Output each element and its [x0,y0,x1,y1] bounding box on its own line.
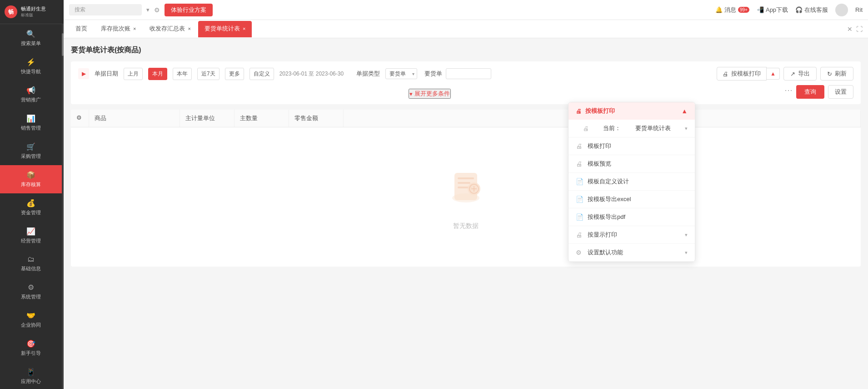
type-filter-label: 单据类型 [356,70,380,78]
sidebar-item-system[interactable]: ⚙ 系统管理 [0,278,62,306]
username[interactable]: Rit [855,6,863,13]
col-gear[interactable]: ⚙ [71,110,89,127]
app-label: App下载 [766,6,788,14]
goods-select[interactable] [446,68,491,79]
trial-button[interactable]: 体验行业方案 [165,4,213,16]
topbar-gear-icon[interactable]: ⚙ [154,6,160,14]
display-print-item[interactable]: 🖨 按显示打印 ▾ [569,226,695,244]
template-print-label: 模板打印 [588,142,611,150]
date-more[interactable]: 更多 [225,68,244,80]
basic-icon: 🗂 [27,255,35,263]
sidebar-item-sales[interactable]: 📊 销售管理 [0,109,62,137]
date-filter-label: 单据日期 [95,70,118,78]
display-print-arrow: ▾ [685,232,688,238]
empty-state: 暂无数据 [71,127,861,267]
print-template-print-item[interactable]: 🖨 模板打印 [569,137,695,155]
sidebar-label-marketing: 营销推广 [21,96,41,103]
refresh-button[interactable]: ↻ 刷新 [820,67,853,81]
refresh-icon: ↻ [827,71,832,77]
print-template-button[interactable]: 🖨 按模板打印 [717,67,767,81]
sidebar-item-purchase[interactable]: 🛒 采购管理 [0,137,62,165]
service-label: 在线客服 [804,6,828,14]
sidebar: 畅 畅通好生意 标准版 🔍 搜索菜单 ⚡ 快捷导航 📢 营销推广 📊 销售管理 [0,0,64,389]
toolbar-actions: 🖨 按模板打印 ▲ ↗ 导出 ↻ 刷新 [717,67,853,81]
date-custom[interactable]: 自定义 [249,68,274,80]
svg-rect-2 [458,177,474,179]
sidebar-label-purchase: 采购管理 [21,153,41,160]
sidebar-item-guide[interactable]: 🎯 新手引导 [0,334,62,362]
date-prev-month[interactable]: 上月 [124,68,143,80]
maximize-window-icon[interactable]: ⛶ [856,25,863,33]
topbar: 搜索 ▾ ⚙ 体验行业方案 🔔 消息 99+ 📲 App下载 🎧 在线客服 Ri… [64,0,868,20]
col-qty: 主数量 [234,110,289,127]
app-badge: 标准版 [21,12,46,18]
page-content: 要货单统计表(按商品) ▶ 单据日期 上月 本月 本年 近7天 更多 自定义 2… [64,38,868,389]
chevron-right-icon: ▶ [82,71,86,77]
search-dropdown-icon[interactable]: ▾ [146,6,150,13]
tab-inventory-batch-close[interactable]: × [133,26,136,31]
sidebar-item-collab[interactable]: 🤝 企业协同 [0,306,62,334]
print-export-pdf-item[interactable]: 📄 按模板导出pdf [569,208,695,226]
sidebar-item-marketing[interactable]: 📢 营销推广 [0,81,62,109]
close-window-icon[interactable]: ✕ [847,25,853,33]
tab-order-stats[interactable]: 要货单统计表 × [198,21,252,37]
tab-receipt-summary-close[interactable]: × [188,26,190,31]
print-dropdown-close-icon[interactable]: ▲ [681,107,688,115]
table-header: ⚙ 商品 主计量单位 主数量 零售金额 [71,110,861,127]
sidebar-nav: 🔍 搜索菜单 ⚡ 快捷导航 📢 营销推广 📊 销售管理 🛒 采购管理 📦 [0,24,62,389]
sidebar-item-inventory[interactable]: 📦 库存核算 [0,165,62,193]
sidebar-label-operation: 经营管理 [21,237,41,244]
tab-receipt-summary[interactable]: 收发存汇总表 × [143,21,197,37]
sidebar-item-search[interactable]: 🔍 搜索菜单 [0,24,62,52]
notice-button[interactable]: 🔔 消息 99+ [715,6,749,14]
print-current-item[interactable]: 🖨 当前： 要货单统计表 ▾ [569,120,695,137]
default-func-arrow: ▾ [685,250,688,256]
tabs-bar: 首页 库存批次账 × 收发存汇总表 × 要货单统计表 × ✕ ⛶ [64,20,868,38]
tab-home-label: 首页 [75,25,87,33]
query-button[interactable]: 查询 [796,85,824,99]
tab-home[interactable]: 首页 [69,21,94,37]
default-func-item[interactable]: ⚙ 设置默认功能 ▾ [569,244,695,262]
printer-header-icon: 🖨 [576,108,582,115]
tab-inventory-batch[interactable]: 库存批次账 × [95,21,142,37]
more-options-icon[interactable]: ⋯ [784,85,793,99]
sidebar-label-inventory: 库存核算 [21,181,41,188]
print-export-excel-item[interactable]: 📄 按模板导出excel [569,191,695,208]
page-title: 要货单统计表(按商品) [71,45,861,55]
sidebar-item-basic[interactable]: 🗂 基础信息 [0,250,62,278]
sidebar-label-search: 搜索菜单 [21,40,41,47]
topbar-search[interactable]: 搜索 [69,4,142,15]
user-avatar[interactable] [835,4,848,16]
mobile-icon: 📲 [757,6,764,13]
settings-button[interactable]: 设置 [828,85,853,99]
tab-order-stats-close[interactable]: × [243,26,245,31]
marketing-icon: 📢 [26,86,35,95]
tab-inventory-batch-label: 库存批次账 [101,25,130,33]
print-dropdown-toggle[interactable]: ▲ [767,68,780,80]
sidebar-label-guide: 新手引导 [21,350,41,357]
print-dropdown-header: 🖨 按模板打印 ▲ [569,102,695,120]
display-print-label: 按显示打印 [588,231,617,239]
export-excel-label: 按模板导出excel [588,195,631,203]
print-template-design-item[interactable]: 📄 模板自定义设计 [569,173,695,191]
sidebar-label-collab: 企业协同 [21,322,41,328]
sidebar-item-operation[interactable]: 📈 经营管理 [0,222,62,250]
sidebar-label-basic: 基础信息 [21,265,41,272]
export-button[interactable]: ↗ 导出 [783,67,817,81]
sidebar-label-sales: 销售管理 [21,125,41,131]
type-select[interactable]: 要货单 [385,68,417,79]
purchase-icon: 🛒 [26,142,35,151]
filter-expand-left[interactable]: ▶ [78,68,89,79]
sidebar-label-system: 系统管理 [21,293,41,300]
expand-conditions-button[interactable]: ▾ 展开更多条件 [409,89,451,99]
sidebar-item-appstore[interactable]: 📱 应用中心 [0,362,62,389]
sidebar-item-finance[interactable]: 💰 资金管理 [0,193,62,222]
date-7days[interactable]: 近7天 [197,68,219,80]
filter-row-1: ▶ 单据日期 上月 本月 本年 近7天 更多 自定义 2023-06-01 至 … [78,67,853,81]
service-button[interactable]: 🎧 在线客服 [795,6,828,14]
sidebar-item-quick-nav[interactable]: ⚡ 快捷导航 [0,52,62,81]
print-template-preview-item[interactable]: 🖨 模板预览 [569,155,695,173]
date-current-month[interactable]: 本月 [148,68,167,80]
app-download-button[interactable]: 📲 App下载 [757,6,788,14]
date-year[interactable]: 本年 [173,68,192,80]
